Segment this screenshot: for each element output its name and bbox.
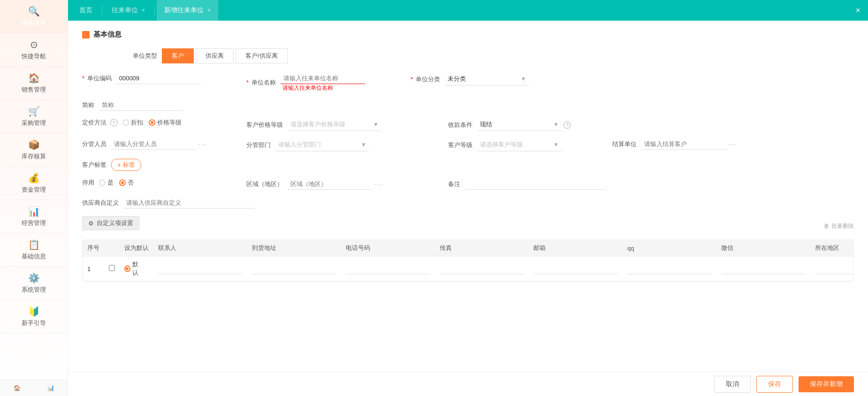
form-row-2: 简称 (82, 100, 854, 111)
row-wechat[interactable] (716, 256, 810, 281)
row-checkbox[interactable] (109, 265, 115, 271)
sidebar-item-label: 销售管理 (22, 85, 46, 94)
unit-category-arrow: ▼ (521, 76, 526, 82)
region-more-btn[interactable]: ··· (375, 180, 383, 188)
row-address-input[interactable] (252, 263, 336, 274)
save-new-button[interactable]: 保存并新增 (799, 376, 854, 392)
payment-condition-select[interactable]: 现结 ▼ (477, 118, 562, 131)
unit-code-input[interactable] (116, 73, 201, 84)
row-wechat-input[interactable] (721, 263, 806, 274)
customer-level-arrow: ▼ (553, 141, 559, 148)
unit-name-wrapper: 请输入往来单位名称 (281, 73, 365, 92)
sidebar-item-basic[interactable]: 📋 基础信息 (0, 233, 68, 267)
sidebar-item-quick-nav[interactable]: ⊙ 快捷导航 (0, 33, 68, 67)
row-fax-input[interactable] (440, 263, 524, 274)
row-address[interactable] (247, 256, 341, 281)
customer-level-select[interactable]: 请选择客户等级 ▼ (477, 139, 562, 151)
remark-input[interactable] (465, 179, 606, 190)
form-group-tags: 客户标签 + 标签 (82, 159, 232, 171)
tab-partner-close[interactable]: × (142, 7, 145, 14)
col-contact: 联系人 (153, 240, 247, 256)
sidebar-item-operation[interactable]: 📊 经营管理 (0, 200, 68, 233)
batch-delete-icon: 🗑 (824, 223, 830, 229)
type-btn-supplier[interactable]: 供应离 (196, 48, 234, 63)
main-area: 首页 往来单位 × 新增往来单位 × × 基本信息 单位类型 客户 供应离 客户… (68, 0, 868, 396)
pricing-level-option[interactable]: 价格等级 (149, 118, 182, 127)
sidebar-item-label: 基础信息 (22, 252, 46, 261)
stop-use-no[interactable]: 否 (119, 179, 134, 187)
unit-code-label: * 单位编码 (82, 74, 112, 83)
form-group-payment: 收款条件 现结 ▼ ? (448, 118, 598, 131)
row-default-radio-item[interactable]: 默认 (124, 260, 143, 277)
pricing-help-icon[interactable]: ? (110, 119, 118, 126)
tab-new-partner[interactable]: 新增往来单位 × (157, 0, 218, 21)
row-contact-input[interactable] (158, 263, 243, 274)
stop-use-radio-group: 是 否 (99, 179, 139, 187)
table-header: 序号 设为默认 联系人 到货地址 电话号码 传真 邮箱 qq 微信 所在地区 操… (83, 240, 854, 256)
row-phone-input[interactable] (346, 263, 430, 274)
sidebar-item-label: 快捷导航 (22, 52, 46, 61)
tab-new-partner-close[interactable]: × (207, 7, 211, 14)
manager-more-btn[interactable]: ··· (198, 140, 207, 148)
stop-use-no-label: 否 (128, 179, 134, 187)
row-default: 默认 (120, 256, 153, 281)
basic-icon: 📋 (28, 239, 40, 250)
settlement-input[interactable] (641, 139, 726, 150)
unit-category-select[interactable]: 未分类 ▼ (445, 73, 529, 85)
row-email-input[interactable] (533, 263, 618, 274)
operation-icon: 📊 (28, 206, 40, 217)
col-qq: qq (623, 240, 716, 256)
tab-partner-label: 往来单位 (112, 6, 138, 15)
stop-use-no-radio (119, 179, 126, 186)
form-group-supplier-custom: 供应商自定义 (82, 197, 255, 209)
dept-select[interactable]: 请输入分管部门 ▼ (275, 139, 369, 151)
batch-delete-button[interactable]: 🗑 批量删除 (824, 222, 854, 230)
row-region[interactable] (810, 256, 854, 281)
manager-input[interactable] (111, 139, 196, 150)
row-fax[interactable] (435, 256, 529, 281)
sidebar-stats-btn[interactable]: 📊 (34, 380, 68, 396)
stop-use-yes-radio (99, 179, 106, 186)
pricing-label: 定价方法 ? (82, 118, 118, 127)
customer-price-select[interactable]: 请选择客户价格等级 ▼ (288, 118, 381, 131)
add-tag-button[interactable]: + 标签 (111, 159, 141, 171)
pricing-discount-option[interactable]: 折扣 (122, 118, 143, 127)
tab-divider-1 (102, 6, 102, 15)
custom-settings-button[interactable]: ⚙ 自定义项设置 (82, 216, 139, 230)
save-button[interactable]: 保存 (756, 376, 793, 393)
contact-table: 序号 设为默认 联系人 到货地址 电话号码 传真 邮箱 qq 微信 所在地区 操… (82, 240, 854, 282)
sidebar-item-sales[interactable]: 🏠 销售管理 (0, 67, 68, 100)
supplier-custom-input[interactable] (123, 197, 255, 209)
sidebar-item-guide[interactable]: 🔰 新手引导 (0, 300, 68, 334)
unit-name-input[interactable] (281, 73, 365, 84)
sidebar-item-search[interactable]: 🔍 搜索菜单 (0, 0, 68, 33)
short-name-input[interactable] (99, 100, 183, 111)
region-input[interactable] (288, 179, 372, 190)
tab-home[interactable]: 首页 (72, 0, 100, 21)
sidebar-item-system[interactable]: ⚙️ 系统管理 (0, 267, 68, 300)
type-btn-both[interactable]: 客户/供应离 (236, 48, 288, 63)
row-contact[interactable] (153, 256, 247, 281)
form-group-unit-category: * 单位分类 未分类 ▼ (411, 73, 561, 85)
row-checkbox-cell (104, 256, 120, 281)
sidebar-item-finance[interactable]: 💰 资金管理 (0, 167, 68, 200)
row-email[interactable] (529, 256, 623, 281)
sidebar-item-purchase[interactable]: 🛒 采购管理 (0, 100, 68, 133)
stop-use-yes[interactable]: 是 (99, 179, 114, 187)
tab-partner[interactable]: 往来单位 × (104, 0, 152, 21)
close-all-button[interactable]: × (852, 6, 864, 16)
settlement-more-btn[interactable]: ··· (729, 140, 737, 148)
required-star-cat: * (411, 76, 413, 83)
row-qq-input[interactable] (627, 263, 712, 274)
cancel-button[interactable]: 取消 (714, 376, 751, 393)
unit-type-label: 单位类型 (120, 52, 157, 60)
col-address: 到货地址 (247, 240, 341, 256)
type-btn-customer[interactable]: 客户 (162, 48, 194, 63)
row-phone[interactable] (341, 256, 435, 281)
payment-help-icon[interactable]: ? (563, 121, 571, 129)
sidebar-item-inventory[interactable]: 📦 库存核算 (0, 133, 68, 167)
sidebar-home-btn[interactable]: 🏠 (0, 380, 34, 396)
row-region-input[interactable] (815, 263, 854, 274)
form-footer: 取消 保存 保存并新增 (68, 372, 868, 396)
row-qq[interactable] (623, 256, 716, 281)
